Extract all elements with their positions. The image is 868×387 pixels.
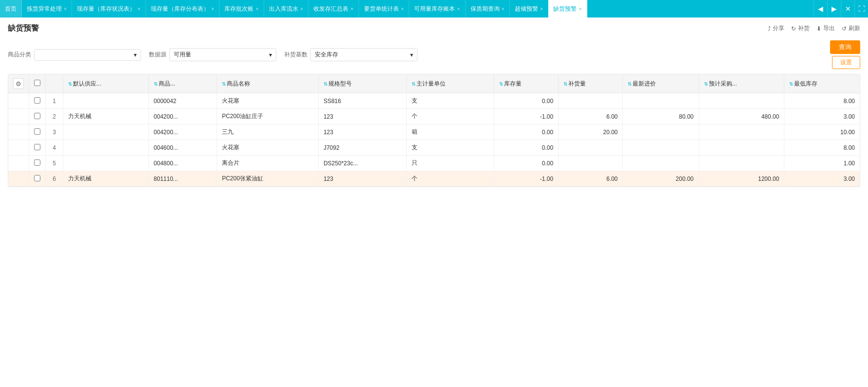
row-stock-0: 0.00 (494, 93, 558, 109)
row-unit-5: 个 (407, 171, 494, 187)
filter-category-select[interactable]: ▾ (34, 49, 141, 61)
col-header-gear[interactable]: ⚙ (8, 74, 29, 93)
close-tab-icon-10[interactable]: × (540, 6, 543, 12)
row-spec-0: SS816 (318, 93, 406, 109)
nav-tabs: 首页拣货异常处理×现存量（库存状况表）×现存量（库存分布表）×库存批次账×出入库… (0, 0, 587, 18)
nav-fullscreen-btn[interactable]: ⛶ (854, 0, 868, 18)
nav-tab-label-9: 保质期查询 (470, 5, 500, 13)
row-gear-cell-0 (8, 93, 29, 109)
col-header-num (46, 74, 63, 93)
nav-tab-4[interactable]: 库存批次账× (219, 0, 264, 18)
row-min_stock-0: 8.00 (784, 93, 860, 109)
export-icon: ⬇ (816, 25, 821, 32)
nav-tab-3[interactable]: 现存量（库存分布表）× (146, 0, 219, 18)
filter-replenish-group: 补货基数 安全库存 ▾ (284, 48, 417, 61)
nav-tab-label-10: 超储预警 (515, 5, 538, 13)
header-分享-btn[interactable]: ⤴分享 (768, 24, 784, 33)
nav-tab-label-6: 收发存汇总表 (313, 5, 348, 13)
row-checkbox-2[interactable] (34, 128, 40, 135)
gear-settings-btn[interactable]: ⚙ (13, 78, 24, 89)
row-checkbox-cell-5 (29, 171, 46, 187)
row-spec-4: DS250*23c... (318, 156, 406, 171)
data-table: ⚙ ⇅默认供应... ⇅商品... ⇅商品名称 ⇅规格型号 ⇅主计量单位 ⇅库存… (8, 74, 860, 187)
nav-tab-11[interactable]: 缺货预警× (548, 0, 587, 18)
nav-prev-btn[interactable]: ◀ (814, 0, 827, 18)
header-导出-btn[interactable]: ⬇导出 (816, 24, 835, 33)
settings-button[interactable]: 设置 (832, 56, 860, 69)
col-header-min-stock[interactable]: ⇅最低库存 (784, 74, 860, 93)
row-supplier-0 (63, 93, 149, 109)
filter-replenish-label: 补货基数 (284, 51, 307, 59)
row-checkbox-cell-3 (29, 140, 46, 156)
col-header-goods-name[interactable]: ⇅商品名称 (217, 74, 319, 93)
table-row: 5004800...离合片DS250*23c...只0.001.00 (8, 156, 860, 171)
header-补货-btn[interactable]: ↻补货 (791, 24, 810, 33)
close-tab-icon-9[interactable]: × (502, 6, 505, 12)
replenish-icon: ↻ (791, 25, 796, 32)
nav-tab-5[interactable]: 出入库流水× (264, 0, 308, 18)
filter-replenish-select[interactable]: 安全库存 ▾ (310, 48, 417, 61)
col-header-latest-price[interactable]: ⇅最新进价 (623, 74, 699, 93)
header-刷新-btn[interactable]: ↺刷新 (842, 24, 860, 33)
close-tab-icon-8[interactable]: × (457, 6, 460, 12)
row-min_stock-3: 8.00 (784, 140, 860, 156)
col-label-est-purchase: 预计采购... (709, 80, 737, 87)
close-tab-icon-1[interactable]: × (64, 6, 67, 12)
refresh-icon: ↺ (842, 25, 847, 32)
row-spec-1: 123 (318, 109, 406, 124)
nav-tab-7[interactable]: 要货单统计表× (359, 0, 409, 18)
close-tab-icon-5[interactable]: × (300, 6, 303, 12)
table-row: 6力天机械801110...PC200张紧油缸123个-1.006.00200.… (8, 171, 860, 187)
col-header-stock[interactable]: ⇅库存量 (494, 74, 558, 93)
row-checkbox-3[interactable] (34, 144, 40, 150)
close-tab-icon-4[interactable]: × (255, 6, 258, 12)
nav-tab-8[interactable]: 可用量库存账本× (409, 0, 465, 18)
filter-datasource-select[interactable]: 可用量 ▾ (169, 48, 276, 61)
row-checkbox-4[interactable] (34, 159, 40, 166)
nav-tab-6[interactable]: 收发存汇总表× (308, 0, 359, 18)
query-button[interactable]: 查询 (830, 40, 860, 54)
nav-tab-label-3: 现存量（库存分布表） (151, 5, 209, 13)
row-gear-cell-1 (8, 109, 29, 124)
chevron-down-icon-2: ▾ (269, 52, 272, 58)
col-header-replenish[interactable]: ⇅补货量 (559, 74, 623, 93)
col-header-goods-code[interactable]: ⇅商品... (148, 74, 217, 93)
row-est_purchase-0 (699, 93, 784, 109)
row-spec-2: 123 (318, 124, 406, 140)
nav-bar: 首页拣货异常处理×现存量（库存状况表）×现存量（库存分布表）×库存批次账×出入库… (0, 0, 868, 18)
nav-close-btn[interactable]: ✕ (841, 0, 854, 18)
filter-datasource-group: 数据源 可用量 ▾ (149, 48, 276, 61)
row-unit-1: 个 (407, 109, 494, 124)
select-all-checkbox[interactable] (34, 80, 40, 86)
close-tab-icon-3[interactable]: × (211, 6, 214, 12)
col-header-spec[interactable]: ⇅规格型号 (318, 74, 406, 93)
row-spec-3: J7092 (318, 140, 406, 156)
row-stock-5: -1.00 (494, 171, 558, 187)
row-gear-cell-4 (8, 156, 29, 171)
close-tab-icon-2[interactable]: × (137, 6, 140, 12)
col-header-unit[interactable]: ⇅主计量单位 (407, 74, 494, 93)
close-tab-icon-7[interactable]: × (401, 6, 404, 12)
row-unit-4: 只 (407, 156, 494, 171)
nav-tab-0[interactable]: 首页 (0, 0, 22, 18)
close-tab-icon-6[interactable]: × (350, 6, 353, 12)
col-header-est-purchase[interactable]: ⇅预计采购... (699, 74, 784, 93)
nav-next-btn[interactable]: ▶ (827, 0, 841, 18)
col-header-supplier[interactable]: ⇅默认供应... (63, 74, 149, 93)
nav-tab-label-0: 首页 (5, 5, 17, 13)
filter-replenish-value: 安全库存 (315, 51, 338, 59)
nav-tab-9[interactable]: 保质期查询× (466, 0, 510, 18)
nav-tab-10[interactable]: 超储预警× (510, 0, 548, 18)
filter-datasource-label: 数据源 (149, 51, 166, 59)
row-gear-cell-2 (8, 124, 29, 140)
row-checkbox-5[interactable] (34, 175, 40, 181)
row-checkbox-1[interactable] (34, 113, 40, 119)
page-title: 缺货预警 (8, 23, 39, 34)
nav-tab-1[interactable]: 拣货异常处理× (22, 0, 72, 18)
row-checkbox-0[interactable] (34, 97, 40, 104)
nav-tab-2[interactable]: 现存量（库存状况表）× (72, 0, 145, 18)
filter-category-label: 商品分类 (8, 51, 31, 59)
close-tab-icon-11[interactable]: × (579, 6, 581, 12)
row-goods_code-1: 004200... (148, 109, 217, 124)
row-stock-3: 0.00 (494, 140, 558, 156)
